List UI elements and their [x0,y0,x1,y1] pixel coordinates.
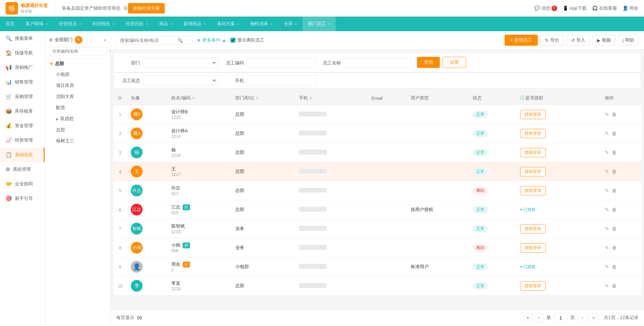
edit-button[interactable]: ✎ [605,150,609,155]
delete-button[interactable]: 🗑 [612,207,617,212]
delete-button[interactable]: 🗑 [612,188,617,193]
delete-button[interactable]: 🗑 [612,264,617,270]
tab-bom[interactable]: 物料清单 × [245,17,278,31]
message-button[interactable]: 💬 消息 5 [534,5,557,11]
delete-button[interactable]: 🗑 [612,131,617,136]
import-button[interactable]: ↺ 导入 [566,35,590,46]
auth-button[interactable]: 授权登录 [520,110,546,119]
emp-code-input[interactable] [247,58,316,68]
sidebar-item-operation[interactable]: 📈 经营管理 [0,133,45,148]
tree-section-hq[interactable]: ▼ 总部 [45,59,110,69]
delete-button[interactable]: 🗑 [612,112,617,117]
sidebar-item-marketing[interactable]: 📢 营销推广 [0,60,45,75]
edit-button[interactable]: ✎ [605,169,609,174]
tab-profit[interactable]: 利润报告 × [87,17,120,31]
tree-collapse-button[interactable]: « [103,37,106,43]
tree-item-zhishu[interactable]: 植树王三 [45,135,110,147]
tree-item-project[interactable]: 项目库房 [45,80,110,91]
close-icon[interactable]: × [79,22,81,26]
sidebar-item-inventory[interactable]: 📦 库存核算 [0,104,45,118]
tab-new-product[interactable]: 新增商品 × [178,17,211,31]
sidebar-item-collab[interactable]: 🤝 企业协同 [0,177,45,191]
tab-product[interactable]: 商品 × [154,17,178,31]
resigned-checkbox-input[interactable] [230,38,235,43]
auth-button[interactable]: 授权登录 [520,186,546,195]
tree-item-peihuo[interactable]: 配货 [45,102,110,113]
tab-customer[interactable]: 客户联络 × [20,17,53,31]
sidebar-item-sales[interactable]: 📊 销售管理 [0,75,45,89]
set-button[interactable]: 设置 [443,57,466,68]
search-input[interactable] [120,38,175,43]
export-button[interactable]: ↻ 导出 [541,35,564,46]
tree-item-xiaodian[interactable]: 小电部 [45,69,110,80]
trial-button[interactable]: 体验行业方案 [128,3,165,14]
close-icon[interactable]: × [170,22,172,26]
tab-operations[interactable]: 经营情况 × [53,17,87,31]
delete-button[interactable]: 🗑 [612,150,617,155]
gear-icon[interactable]: ⚙ [123,5,128,11]
next-page-button[interactable]: › [578,313,587,323]
sidebar-item-finance[interactable]: 💰 资金管理 [0,118,45,133]
edit-button[interactable]: ✎ [605,131,609,136]
th-dept[interactable]: 部门/职位 [231,91,295,105]
tab-warehouse[interactable]: 仓库 × [278,17,302,31]
last-page-button[interactable]: » [589,313,598,323]
dept-select[interactable] [143,58,219,68]
th-name[interactable]: 姓名/编码 [167,91,231,105]
search-icon[interactable]: 🔍 [178,38,183,43]
delete-button[interactable]: 🗑 [612,169,617,174]
view-button[interactable]: ▶ 视频 [592,35,615,46]
auth-button[interactable]: 授权登录 [520,243,546,253]
sidebar-item-system[interactable]: ⚙ 系统管理 [0,162,45,177]
sidebar-item-guide[interactable]: 🎯 新手引导 [0,191,45,206]
delete-button[interactable]: 🗑 [612,226,617,231]
edit-button[interactable]: ✎ [605,188,609,193]
prev-page-button[interactable]: ‹ [534,313,544,323]
phone-input[interactable] [247,76,316,86]
more-conditions-button[interactable]: ▼ 更多条件 ▲ [197,37,226,43]
close-icon[interactable]: × [270,22,272,26]
status-select[interactable] [143,76,219,86]
tab-barcode[interactable]: 条码方案 × [211,17,245,31]
tab-journey[interactable]: 经营历程 × [120,17,153,31]
per-page-value[interactable]: 50 [137,315,142,320]
auth-button[interactable]: 授权登录 [520,281,546,291]
close-icon[interactable]: × [112,22,115,26]
tree-item-shenyang[interactable]: 沈阳大库 [45,91,110,102]
sidebar-item-basics[interactable]: 📋 基础信息 [0,148,45,162]
auth-button[interactable]: 授权登录 [520,129,546,138]
close-icon-active[interactable]: × [328,22,330,26]
delete-button[interactable]: 🗑 [612,283,617,289]
tree-item-shuanglu[interactable]: ▶ 双虑想 [45,113,110,124]
tree-search-input[interactable] [49,47,107,55]
edit-button[interactable]: ✎ [605,245,609,250]
user-button[interactable]: 👤 用友 [623,5,638,11]
edit-button[interactable]: ✎ [605,207,609,212]
close-icon[interactable]: × [203,22,206,26]
sidebar-item-nav[interactable]: 🏠 快捷导航 [0,46,45,60]
tab-employees[interactable]: 部门员工 × [302,17,336,31]
page-input[interactable] [554,313,568,323]
app-download-button[interactable]: 📱 App下载 [563,5,587,11]
edit-button[interactable]: ✎ [605,226,609,231]
add-employee-button[interactable]: + 新增员工 [505,35,537,46]
auth-button[interactable]: 授权登录 [520,224,546,234]
close-icon[interactable]: × [295,22,297,26]
tree-item-zongbu[interactable]: 总部 [45,124,110,135]
auth-button[interactable]: 授权登录 [520,148,546,157]
help-button[interactable]: | 帮助 [618,35,638,46]
online-service-button[interactable]: 🎧 在线客服 [592,5,617,11]
tab-home[interactable]: 首页 [0,17,20,31]
delete-button[interactable]: 🗑 [612,245,617,250]
sidebar-item-search[interactable]: 🔍 搜索菜单 [0,31,45,46]
settings-icon[interactable]: ⚙ [118,95,122,101]
sidebar-item-purchase[interactable]: 🛒 采购管理 [0,89,45,104]
edit-button[interactable]: ✎ [605,112,609,117]
th-settings[interactable]: ⚙ [114,91,127,105]
auth-button[interactable]: 授权登录 [520,167,546,176]
first-page-button[interactable]: « [523,313,533,323]
show-resigned-checkbox[interactable]: 显示离职员工 [230,37,264,43]
edit-button[interactable]: ✎ [605,283,609,289]
query-button[interactable]: 查询 [417,57,440,68]
th-phone[interactable]: 手机 [295,91,367,105]
